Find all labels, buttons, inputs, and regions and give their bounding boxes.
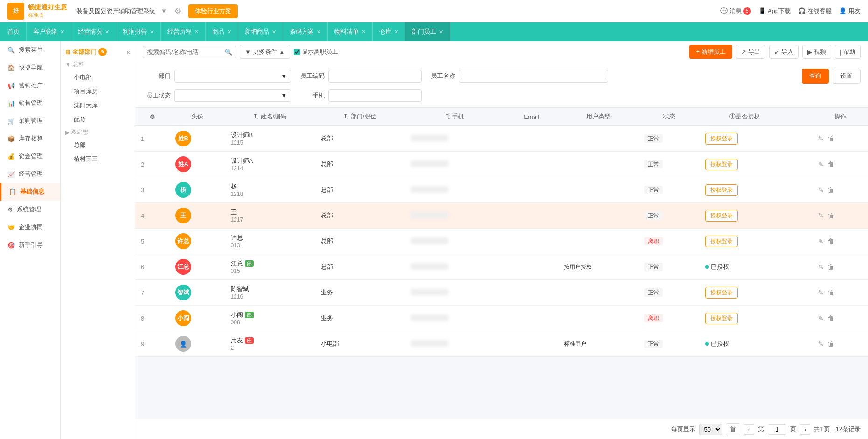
sidebar-item-marketing[interactable]: 📢 营销推广 — [0, 77, 60, 94]
search-input[interactable] — [143, 46, 236, 58]
dept-item-xiaodibu[interactable]: 小电部 — [61, 70, 135, 84]
edit-icon[interactable]: ✎ — [818, 160, 824, 168]
tab-profit[interactable]: 利润报告✕ — [116, 22, 161, 41]
avatar: 江总 — [175, 259, 191, 275]
close-profit-icon[interactable]: ✕ — [150, 29, 154, 35]
delete-icon[interactable]: 🗑 — [827, 237, 834, 245]
sidebar-item-quicknav[interactable]: 🏠 快捷导航 — [0, 59, 60, 77]
close-employees-icon[interactable]: ✕ — [439, 29, 443, 35]
auth-login-button[interactable]: 授权登录 — [705, 159, 738, 170]
delete-icon[interactable]: 🗑 — [827, 212, 834, 219]
message-item[interactable]: 💬 消息 5 — [720, 7, 751, 15]
edit-icon[interactable]: ✎ — [818, 135, 824, 142]
delete-icon[interactable]: 🗑 — [827, 160, 834, 168]
dept-edit-icon[interactable]: ✎ — [98, 48, 107, 56]
gear-icon[interactable]: ⚙ — [174, 7, 181, 15]
auth-login-button[interactable]: 授权登录 — [705, 313, 738, 324]
first-page-button[interactable]: 首 — [726, 423, 740, 435]
edit-icon[interactable]: ✎ — [818, 237, 824, 245]
more-filter-button[interactable]: ▼ 更多条件 ▲ — [240, 45, 290, 59]
delete-icon[interactable]: 🗑 — [827, 135, 834, 142]
sidebar-item-inventory[interactable]: 📦 库存核算 — [0, 130, 60, 147]
prev-page-button[interactable]: ‹ — [744, 424, 754, 435]
close-bom-icon[interactable]: ✕ — [361, 29, 366, 35]
auth-login-button[interactable]: 授权登录 — [705, 184, 738, 196]
delete-icon[interactable]: 🗑 — [827, 340, 834, 348]
close-customer-icon[interactable]: ✕ — [60, 29, 64, 35]
close-newgoods-icon[interactable]: ✕ — [272, 29, 276, 35]
tab-newgoods[interactable]: 新增商品✕ — [238, 22, 283, 41]
sidebar-item-finance[interactable]: 💰 资金管理 — [0, 147, 60, 165]
delete-icon[interactable]: 🗑 — [827, 314, 834, 322]
edit-icon[interactable]: ✎ — [818, 186, 824, 194]
dept-item-shuangtingxiang[interactable]: ▶ 双庭想 — [61, 126, 135, 138]
show-resigned-checkbox[interactable] — [294, 49, 300, 55]
query-button[interactable]: 查询 — [802, 69, 829, 84]
close-goods-icon[interactable]: ✕ — [227, 29, 231, 35]
dept-select[interactable]: ▼ — [174, 70, 291, 83]
dept-item-zongbu2[interactable]: 总部 — [61, 138, 135, 152]
page-number-input[interactable] — [768, 424, 786, 435]
dept-item-shenyang[interactable]: 沈阳大库 — [61, 98, 135, 112]
settings-button[interactable]: 设置 — [833, 69, 861, 84]
app-download-item[interactable]: 📱 App下载 — [758, 7, 791, 15]
dept-group-zongbu[interactable]: ▼ 总部 — [61, 59, 135, 70]
tab-bom[interactable]: 物料清单✕ — [328, 22, 373, 41]
empname-input[interactable] — [459, 70, 608, 83]
auth-login-button[interactable]: 授权登录 — [705, 133, 738, 145]
empcode-input[interactable] — [328, 70, 422, 83]
tab-barcode[interactable]: 条码方案✕ — [283, 22, 328, 41]
dept-item-peihuo[interactable]: 配货 — [61, 112, 135, 126]
tab-home[interactable]: 首页 — [4, 22, 27, 41]
edit-icon[interactable]: ✎ — [818, 340, 824, 348]
page-label-static: 第 — [758, 425, 764, 433]
row-dept: 总部 — [315, 152, 405, 177]
trial-button[interactable]: 体验行业方案 — [188, 4, 238, 18]
tab-goods[interactable]: 商品✕ — [206, 22, 238, 41]
service-item[interactable]: 🎧 在线客服 — [798, 7, 832, 15]
dept-item-zhizhi[interactable]: 植树王三 — [61, 152, 135, 166]
delete-icon[interactable]: 🗑 — [827, 289, 834, 296]
edit-icon[interactable]: ✎ — [818, 263, 824, 271]
close-history-icon[interactable]: ✕ — [194, 29, 199, 35]
dropdown-arrow-icon[interactable]: ▼ — [161, 7, 167, 14]
sidebar-item-collab[interactable]: 🤝 企业协同 — [0, 218, 60, 236]
edit-icon[interactable]: ✎ — [818, 212, 824, 219]
close-barcode-icon[interactable]: ✕ — [317, 29, 321, 35]
show-resigned-label[interactable]: 显示离职员工 — [294, 48, 338, 56]
next-page-button[interactable]: › — [800, 424, 810, 435]
delete-icon[interactable]: 🗑 — [827, 186, 834, 194]
sidebar-item-basic[interactable]: 📋 基础信息 — [0, 183, 60, 201]
view-button[interactable]: ▶ 视频 — [802, 45, 831, 59]
import-button[interactable]: ↙ 导入 — [769, 45, 799, 59]
sidebar-item-sales[interactable]: 📊 销售管理 — [0, 94, 60, 112]
sidebar-item-management[interactable]: 📈 经营管理 — [0, 165, 60, 183]
tab-customer[interactable]: 客户联络✕ — [27, 22, 71, 41]
tab-history[interactable]: 经营历程✕ — [161, 22, 206, 41]
dept-collapse-icon[interactable]: « — [126, 48, 130, 56]
help-button[interactable]: | 帮助 — [835, 45, 861, 59]
sidebar-item-purchase[interactable]: 🛒 采购管理 — [0, 112, 60, 130]
edit-icon[interactable]: ✎ — [818, 289, 824, 296]
user-item[interactable]: 👤 用友 — [839, 7, 861, 15]
status-select[interactable]: ▼ — [174, 89, 291, 102]
phone-input[interactable] — [328, 89, 422, 102]
per-page-select[interactable]: 50 — [699, 424, 722, 435]
export-button[interactable]: ↗ 导出 — [736, 45, 765, 59]
tab-employees[interactable]: 部门员工✕ — [405, 22, 450, 41]
sidebar-item-search[interactable]: 🔍 搜索菜单 — [0, 41, 60, 59]
delete-icon[interactable]: 🗑 — [827, 263, 834, 271]
close-warehouse-icon[interactable]: ✕ — [394, 29, 398, 35]
auth-login-button[interactable]: 授权登录 — [705, 236, 738, 247]
dept-item-projectroom[interactable]: 项目库房 — [61, 84, 135, 98]
close-operation-icon[interactable]: ✕ — [105, 29, 109, 35]
tab-operation[interactable]: 经营情况✕ — [71, 22, 116, 41]
auth-login-button[interactable]: 授权登录 — [705, 210, 738, 222]
app-label: App下载 — [768, 7, 791, 15]
add-employee-button[interactable]: + 新增员工 — [689, 45, 732, 59]
tab-warehouse[interactable]: 仓库✕ — [373, 22, 405, 41]
auth-login-button[interactable]: 授权登录 — [705, 287, 738, 299]
edit-icon[interactable]: ✎ — [818, 314, 824, 322]
sidebar-item-system[interactable]: ⚙ 系统管理 — [0, 201, 60, 218]
sidebar-item-guide[interactable]: 🎯 新手引导 — [0, 236, 60, 254]
